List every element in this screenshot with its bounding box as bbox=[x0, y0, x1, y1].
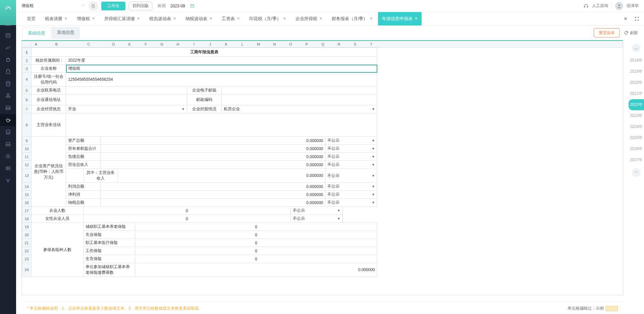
svg-point-5 bbox=[7, 155, 9, 157]
nav-v-icon[interactable] bbox=[0, 174, 16, 186]
close-icon[interactable]: ✕ bbox=[283, 16, 286, 21]
company-selector[interactable]: 增值税 ﹀ bbox=[21, 3, 85, 9]
horizontal-scrollbar[interactable] bbox=[21, 296, 623, 301]
close-icon[interactable]: ✕ bbox=[92, 16, 95, 21]
tab-4[interactable]: 税负波动表✕ bbox=[145, 12, 180, 25]
col-S[interactable]: S bbox=[347, 41, 363, 47]
svg-point-9 bbox=[619, 4, 620, 6]
svg-rect-1 bbox=[7, 70, 10, 74]
close-icon[interactable]: ✕ bbox=[64, 16, 67, 21]
close-icon[interactable]: ✕ bbox=[415, 16, 418, 21]
year-2020年[interactable]: 2020年 bbox=[629, 77, 644, 88]
year-2023年[interactable]: 2023年 bbox=[629, 110, 644, 121]
left-sidebar bbox=[0, 0, 16, 314]
close-icon[interactable]: ✕ bbox=[173, 16, 176, 21]
nav-inbox-icon[interactable] bbox=[0, 138, 16, 150]
top-bar: 增值税 ﹀ 工作台 切到旧版 账期 2023-09 人工咨询 徐泽华 bbox=[16, 0, 644, 12]
nav-video-icon[interactable] bbox=[0, 162, 16, 174]
col-M[interactable]: M bbox=[251, 41, 267, 47]
col-H[interactable]: H bbox=[170, 41, 186, 47]
nav-settings-icon[interactable] bbox=[0, 150, 16, 162]
svg-rect-8 bbox=[191, 4, 194, 7]
tab-0[interactable]: 首页 bbox=[23, 12, 40, 25]
svg-rect-0 bbox=[6, 34, 10, 38]
tab-7[interactable]: 印花税（月/季）✕ bbox=[245, 12, 290, 25]
year-2027年[interactable]: 2027年 bbox=[629, 154, 644, 166]
year-2018年[interactable]: 2018年 bbox=[629, 55, 644, 66]
tab-6[interactable]: 工资表✕ bbox=[218, 12, 244, 25]
avatar-icon[interactable] bbox=[615, 2, 623, 10]
col-E[interactable]: E bbox=[122, 41, 138, 47]
svg-rect-6 bbox=[6, 167, 10, 170]
close-icon[interactable]: ✕ bbox=[237, 16, 240, 21]
refresh-button[interactable]: 刷新 bbox=[624, 30, 638, 36]
year-2022年[interactable]: 2022年 bbox=[629, 99, 644, 110]
nav-bag-icon[interactable] bbox=[0, 54, 16, 66]
col-L[interactable]: L bbox=[234, 41, 251, 47]
tab-10[interactable]: 年报信息申报表✕ bbox=[378, 12, 422, 25]
support-label[interactable]: 人工咨询 bbox=[592, 3, 608, 9]
switch-old-button[interactable]: 切到旧版 bbox=[129, 2, 152, 10]
doc-icon[interactable] bbox=[89, 1, 98, 11]
year-2025年[interactable]: 2025年 bbox=[629, 132, 644, 143]
close-icon[interactable]: ✕ bbox=[209, 16, 212, 21]
nav-calc-icon[interactable] bbox=[0, 78, 16, 90]
col-O[interactable]: O bbox=[283, 41, 299, 47]
close-icon[interactable]: ✕ bbox=[370, 16, 373, 21]
year-2024年[interactable]: 2024年 bbox=[629, 121, 644, 132]
year-up-icon[interactable]: ︽ bbox=[632, 44, 641, 52]
col-F[interactable]: F bbox=[138, 41, 154, 47]
nav-stamp-icon[interactable] bbox=[0, 90, 16, 102]
period-label: 账期 bbox=[158, 3, 166, 9]
period-value[interactable]: 2023-09 bbox=[170, 4, 185, 8]
col-D[interactable]: D bbox=[106, 41, 122, 47]
col-B[interactable]: B bbox=[41, 41, 72, 47]
company-name: 增值税 bbox=[21, 3, 34, 9]
col-N[interactable]: N bbox=[267, 41, 283, 47]
headset-icon[interactable] bbox=[583, 3, 589, 9]
close-icon[interactable]: ✕ bbox=[319, 16, 322, 21]
col-P[interactable]: P bbox=[299, 41, 315, 47]
footer-note: * 单元格编辑说明：1、点击单元格直接录入数值或文本。2、清空单元格数值或文本恢… bbox=[27, 306, 203, 311]
reset-button[interactable]: 重置报表 bbox=[594, 28, 620, 38]
col-R[interactable]: R bbox=[331, 41, 347, 47]
nav-ledger-icon[interactable] bbox=[0, 29, 16, 42]
col-G[interactable]: G bbox=[154, 41, 170, 47]
tab-5[interactable]: 纳税波动表✕ bbox=[181, 12, 216, 25]
nav-chart-icon[interactable] bbox=[0, 42, 16, 54]
year-2019年[interactable]: 2019年 bbox=[629, 66, 644, 77]
legend-swatch bbox=[606, 306, 618, 311]
close-icon[interactable]: ✕ bbox=[137, 16, 140, 21]
year-strip: ︽ 2018年2019年2020年2021年2022年2023年2024年202… bbox=[629, 40, 644, 314]
fullscreen-icon[interactable] bbox=[633, 14, 641, 23]
doc-tabs: 首页税表清册✕增值税✕所得税汇算清缴✕税负波动表✕纳税波动表✕工资表✕印花税（月… bbox=[16, 12, 644, 25]
tab-1[interactable]: 税表清册✕ bbox=[41, 12, 71, 25]
subtab-basic[interactable]: 基础信息 bbox=[22, 27, 51, 39]
col-C[interactable]: C bbox=[72, 41, 106, 47]
subtab-other[interactable]: 其他信息 bbox=[52, 27, 80, 39]
tab-9[interactable]: 财务报表（月/季）✕ bbox=[328, 12, 377, 25]
col-I[interactable]: I bbox=[186, 41, 202, 47]
year-2021年[interactable]: 2021年 bbox=[629, 88, 644, 99]
col-T[interactable]: T bbox=[363, 41, 379, 47]
close-all-icon[interactable]: ✕ bbox=[621, 14, 630, 23]
spreadsheet[interactable]: ABCDEFGHIJKLMNOPQRST 1工商年报信息表2税款所属期间：202… bbox=[21, 40, 623, 295]
nav-coffee-icon[interactable] bbox=[0, 114, 16, 126]
year-down-icon[interactable]: ︾ bbox=[632, 168, 641, 177]
year-2026年[interactable]: 2026年 bbox=[629, 143, 644, 154]
username[interactable]: 徐泽华 bbox=[627, 3, 639, 9]
col-K[interactable]: K bbox=[218, 41, 234, 47]
nav-clipboard-icon[interactable] bbox=[0, 66, 16, 78]
nav-home-icon[interactable] bbox=[0, 17, 16, 29]
svg-rect-2 bbox=[6, 81, 10, 86]
tab-3[interactable]: 所得税汇算清缴✕ bbox=[100, 12, 144, 25]
col-J[interactable]: J bbox=[202, 41, 218, 47]
col-Q[interactable]: Q bbox=[315, 41, 331, 47]
tab-8[interactable]: 企业所得税✕ bbox=[291, 12, 326, 25]
nav-archive-icon[interactable] bbox=[0, 126, 16, 138]
col-A[interactable]: A bbox=[31, 41, 41, 47]
workspace-button[interactable]: 工作台 bbox=[101, 2, 125, 10]
nav-image-icon[interactable] bbox=[0, 102, 16, 114]
calendar-icon[interactable] bbox=[190, 4, 195, 8]
tab-2[interactable]: 增值税✕ bbox=[73, 12, 99, 25]
